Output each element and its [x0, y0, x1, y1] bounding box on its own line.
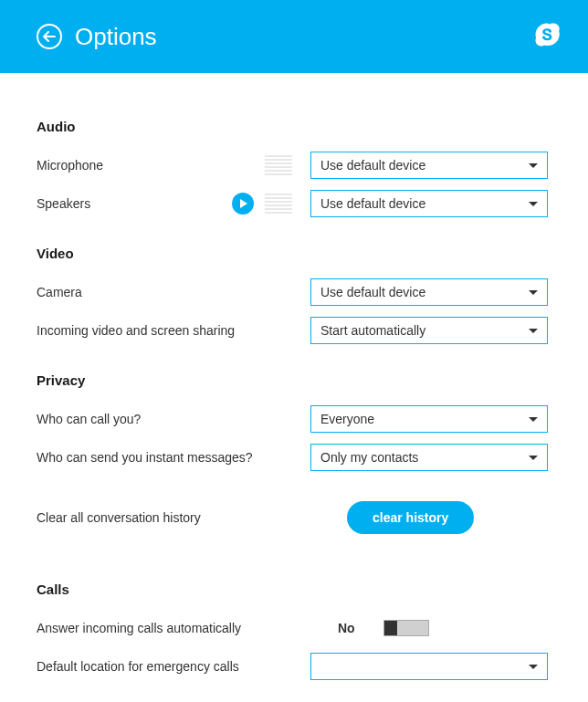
who-call-label: Who can call you? — [37, 412, 310, 426]
emergency-label: Default location for emergency calls — [37, 659, 310, 674]
section-title-privacy: Privacy — [37, 372, 551, 388]
incoming-value: Start automatically — [320, 323, 425, 338]
speakers-label: Speakers — [37, 196, 232, 211]
page-title: Options — [75, 23, 157, 51]
who-im-label: Who can send you instant messages? — [37, 450, 310, 465]
microphone-value: Use default device — [320, 158, 425, 173]
emergency-dropdown[interactable] — [310, 653, 548, 680]
incoming-dropdown[interactable]: Start automatically — [310, 317, 548, 344]
microphone-label: Microphone — [37, 158, 265, 173]
chevron-down-icon — [529, 202, 538, 206]
section-calls: Calls Answer incoming calls automaticall… — [37, 582, 551, 681]
back-button[interactable] — [37, 24, 62, 49]
section-privacy: Privacy Who can call you? Everyone Who c… — [37, 372, 551, 534]
incoming-label: Incoming video and screen sharing — [37, 323, 310, 338]
chevron-down-icon — [529, 329, 538, 333]
back-arrow-icon — [43, 31, 56, 42]
row-incoming-video: Incoming video and screen sharing Start … — [37, 316, 551, 345]
auto-answer-value: No — [338, 621, 365, 635]
speaker-level-icon — [265, 194, 292, 214]
who-call-dropdown[interactable]: Everyone — [310, 405, 548, 433]
header-bar: Options — [0, 0, 588, 73]
section-title-audio: Audio — [37, 119, 551, 134]
speakers-label-wrap: Speakers — [37, 193, 310, 215]
content-area: Audio Microphone Use default device Spea… — [0, 73, 588, 681]
row-who-im: Who can send you instant messages? Only … — [37, 443, 551, 472]
auto-answer-label: Answer incoming calls automatically — [37, 621, 338, 635]
camera-dropdown[interactable]: Use default device — [310, 278, 548, 306]
camera-label: Camera — [37, 285, 310, 299]
chevron-down-icon — [529, 417, 538, 422]
speakers-dropdown[interactable]: Use default device — [310, 190, 548, 217]
row-clear-history: Clear all conversation history clear his… — [37, 501, 551, 534]
row-speakers: Speakers Use default device — [37, 189, 551, 218]
section-title-video: Video — [37, 246, 551, 261]
clear-history-label: Clear all conversation history — [37, 510, 310, 525]
play-icon — [240, 199, 247, 208]
who-im-dropdown[interactable]: Only my contacts — [310, 444, 548, 471]
camera-value: Use default device — [320, 285, 425, 299]
chevron-down-icon — [529, 290, 538, 295]
who-call-value: Everyone — [320, 412, 374, 426]
row-who-call: Who can call you? Everyone — [37, 404, 551, 434]
header-left: Options — [37, 23, 157, 51]
speakers-value: Use default device — [320, 196, 425, 211]
section-title-calls: Calls — [37, 582, 551, 597]
microphone-label-wrap: Microphone — [37, 155, 310, 175]
row-camera: Camera Use default device — [37, 278, 551, 307]
chevron-down-icon — [529, 456, 538, 460]
chevron-down-icon — [529, 665, 538, 669]
who-im-value: Only my contacts — [320, 450, 418, 465]
row-auto-answer: Answer incoming calls automatically No — [37, 613, 551, 643]
clear-history-button[interactable]: clear history — [347, 501, 474, 534]
chevron-down-icon — [529, 163, 538, 168]
section-audio: Audio Microphone Use default device Spea… — [37, 119, 551, 218]
auto-answer-toggle[interactable] — [383, 620, 429, 636]
section-video: Video Camera Use default device Incoming… — [37, 246, 551, 345]
toggle-knob-icon — [384, 621, 397, 635]
microphone-dropdown[interactable]: Use default device — [310, 152, 548, 179]
row-microphone: Microphone Use default device — [37, 151, 551, 180]
skype-logo-icon — [533, 21, 561, 52]
microphone-level-icon — [265, 155, 292, 175]
row-emergency: Default location for emergency calls — [37, 652, 551, 681]
test-speakers-button[interactable] — [232, 193, 254, 215]
